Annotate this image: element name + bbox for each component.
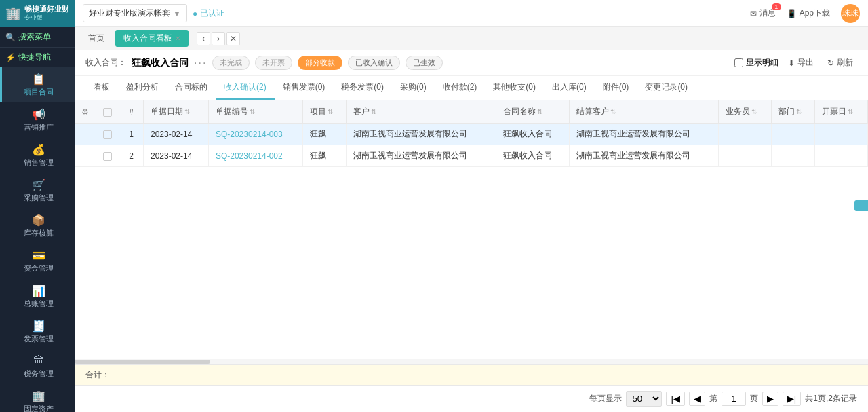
sub-tabs: 看板盈利分析合同标的收入确认(2)销售发票(0)税务发票(0)采购(0)收付款(… xyxy=(75,76,868,100)
sidebar-item-2[interactable]: 💰销售管理 xyxy=(0,138,75,173)
tab-prev-btn[interactable]: ‹ xyxy=(197,32,210,45)
status-partial[interactable]: 部分收款 xyxy=(298,56,342,70)
logo-icon: 🏢 xyxy=(5,6,20,21)
contract-more-btn[interactable]: ··· xyxy=(194,57,207,69)
row-checkbox-1[interactable] xyxy=(103,152,112,161)
col-salesperson[interactable]: 业务员⇅ xyxy=(718,100,771,124)
sub-tab-0[interactable]: 看板 xyxy=(85,76,118,100)
status-uninvoiced[interactable]: 未开票 xyxy=(255,56,292,70)
status-incomplete[interactable]: 未完成 xyxy=(212,56,250,70)
sidebar-items: 📋项目合同📢营销推广💰销售管理🛒采购管理📦库存核算💳资金管理📊总账管理🧾发票管理… xyxy=(0,67,75,412)
col-settlement-customer[interactable]: 结算客户⇅ xyxy=(569,100,718,124)
export-icon: ⬇ xyxy=(788,58,795,68)
message-badge: 1 xyxy=(772,3,781,10)
tabbar: 首页 收入合同看板 ✕ ‹ › ✕ xyxy=(75,27,868,50)
sub-tab-2[interactable]: 合同标的 xyxy=(167,76,216,100)
content-area: 收入合同： 狂飙收入合同 ··· 未完成 未开票 部分收款 已收入确认 已生效 … xyxy=(75,50,868,412)
col-customer[interactable]: 客户⇅ xyxy=(347,100,496,124)
pagination: 每页显示 50 20 100 |◀ ◀ 第 页 ▶ ▶| 共1页,2条记录 xyxy=(75,385,868,412)
sidebar-quicknav-label: 快捷导航 xyxy=(18,52,51,63)
last-page-btn[interactable]: ▶| xyxy=(783,392,801,406)
per-page-select[interactable]: 50 20 100 xyxy=(626,391,662,407)
col-date[interactable]: 单据日期⇅ xyxy=(144,100,209,124)
sidebar-item-8[interactable]: 🏛税务管理 xyxy=(0,350,75,384)
avatar-text: 珠珠 xyxy=(842,7,859,19)
sidebar-item-quicknav[interactable]: ⚡ 快捷导航 xyxy=(0,48,75,67)
sidebar-item-9[interactable]: 🏢固定资产 xyxy=(0,384,75,412)
col-contract-name[interactable]: 合同名称⇅ xyxy=(496,100,569,124)
sub-tab-5[interactable]: 税务发票(0) xyxy=(333,76,392,100)
app-logo: 🏢 畅捷通好业财 专业版 xyxy=(0,0,75,27)
export-btn[interactable]: ⬇ 导出 xyxy=(784,56,818,70)
display-detail-checkbox[interactable] xyxy=(734,58,743,67)
next-page-btn[interactable]: ▶ xyxy=(762,392,778,406)
table-row[interactable]: 1 2023-02-14 SQ-20230214-003 狂飙 湖南卫视商业运营… xyxy=(75,124,868,145)
page-number-input[interactable] xyxy=(722,392,746,406)
prev-page-btn[interactable]: ◀ xyxy=(689,392,705,406)
sub-tab-9[interactable]: 出入库(0) xyxy=(544,76,595,100)
data-table: ⚙ # 单据日期⇅ 单据编号⇅ 项目⇅ 客户⇅ 合同名称⇅ 结算客户⇅ 业务员⇅… xyxy=(75,100,868,167)
company-name: 好业财专业版演示帐套 xyxy=(89,7,170,19)
col-order-no[interactable]: 单据编号⇅ xyxy=(208,100,302,124)
sidebar-item-3[interactable]: 🛒采购管理 xyxy=(0,173,75,208)
status-confirmed[interactable]: 已收入确认 xyxy=(348,56,400,70)
sub-tab-4[interactable]: 销售发票(0) xyxy=(275,76,334,100)
certified-label: 已认证 xyxy=(200,7,224,19)
sub-tab-3[interactable]: 收入确认(2) xyxy=(216,76,275,100)
display-detail-label: 显示明细 xyxy=(746,57,778,69)
sidebar-item-1[interactable]: 📢营销推广 xyxy=(0,102,75,138)
contract-title: 狂飙收入合同 xyxy=(132,57,189,69)
total-pages-label: 共1页,2条记录 xyxy=(805,393,857,405)
sidebar-item-5[interactable]: 💳资金管理 xyxy=(0,244,75,279)
table-row[interactable]: 2 2023-02-14 SQ-20230214-002 狂飙 湖南卫视商业运营… xyxy=(75,145,868,167)
sidebar-search-label: 搜索菜单 xyxy=(18,31,51,43)
col-invoice-date[interactable]: 开票日⇅ xyxy=(814,100,867,124)
first-page-btn[interactable]: |◀ xyxy=(666,392,684,406)
certified-icon: ● xyxy=(193,9,197,18)
tab-contract-board[interactable]: 收入合同看板 ✕ xyxy=(115,30,189,47)
right-edge-btn[interactable] xyxy=(854,200,868,211)
sub-tab-7[interactable]: 收付款(2) xyxy=(435,76,486,100)
message-icon: ✉ xyxy=(750,9,757,18)
refresh-btn[interactable]: ↻ 刷新 xyxy=(823,56,857,70)
display-detail-checkbox-label[interactable]: 显示明细 xyxy=(734,57,778,69)
sub-tab-11[interactable]: 变更记录(0) xyxy=(637,76,696,100)
topbar: 好业财专业版演示帐套 ▼ ● 已认证 ✉ 1 消息 📱 App下载 珠珠 xyxy=(75,0,868,27)
order-link-0[interactable]: SQ-20230214-003 xyxy=(216,130,283,139)
app-download-action[interactable]: 📱 App下载 xyxy=(787,7,830,19)
sub-tab-8[interactable]: 其他收支(0) xyxy=(485,76,544,100)
user-avatar[interactable]: 珠珠 xyxy=(841,4,860,23)
contract-header: 收入合同： 狂飙收入合同 ··· 未完成 未开票 部分收款 已收入确认 已生效 … xyxy=(75,50,868,76)
scrollbar-thumb[interactable] xyxy=(75,360,210,364)
tab-close-btn[interactable]: ✕ xyxy=(226,32,240,45)
sidebar-item-7[interactable]: 🧾发票管理 xyxy=(0,314,75,350)
tab-close-icon[interactable]: ✕ xyxy=(175,35,180,42)
column-settings-icon[interactable]: ⚙ xyxy=(81,107,89,117)
per-page-label: 每页显示 xyxy=(589,393,622,405)
status-effective[interactable]: 已生效 xyxy=(406,56,443,70)
sub-tab-6[interactable]: 采购(0) xyxy=(392,76,435,100)
topbar-actions: ✉ 1 消息 📱 App下载 珠珠 xyxy=(750,4,860,23)
tab-home[interactable]: 首页 xyxy=(80,29,113,48)
tab-home-label: 首页 xyxy=(88,33,104,44)
sidebar-item-0[interactable]: 📋项目合同 xyxy=(0,67,75,102)
sub-tab-1[interactable]: 盈利分析 xyxy=(118,76,167,100)
order-link-1[interactable]: SQ-20230214-002 xyxy=(216,151,283,161)
search-icon: 🔍 xyxy=(5,33,16,42)
select-all-checkbox[interactable] xyxy=(103,108,112,117)
app-name: 畅捷通好业财 xyxy=(24,5,69,14)
tab-next-btn[interactable]: › xyxy=(212,32,225,45)
horizontal-scrollbar[interactable] xyxy=(75,359,868,364)
sidebar-item-6[interactable]: 📊总账管理 xyxy=(0,279,75,314)
message-action[interactable]: ✉ 1 消息 xyxy=(750,7,776,19)
sidebar-item-search[interactable]: 🔍 搜索菜单 xyxy=(0,27,75,48)
row-checkbox-0[interactable] xyxy=(103,130,112,139)
company-selector[interactable]: 好业财专业版演示帐套 ▼ xyxy=(83,4,187,22)
col-department[interactable]: 部门⇅ xyxy=(771,100,814,124)
sidebar: 🏢 畅捷通好业财 专业版 🔍 搜索菜单 ⚡ 快捷导航 📋项目合同📢营销推广💰销售… xyxy=(0,0,75,412)
contract-actions: 显示明细 ⬇ 导出 ↻ 刷新 xyxy=(734,56,857,70)
col-project[interactable]: 项目⇅ xyxy=(303,100,347,124)
download-icon: 📱 xyxy=(787,9,797,18)
sub-tab-10[interactable]: 附件(0) xyxy=(595,76,637,100)
sidebar-item-4[interactable]: 📦库存核算 xyxy=(0,208,75,244)
